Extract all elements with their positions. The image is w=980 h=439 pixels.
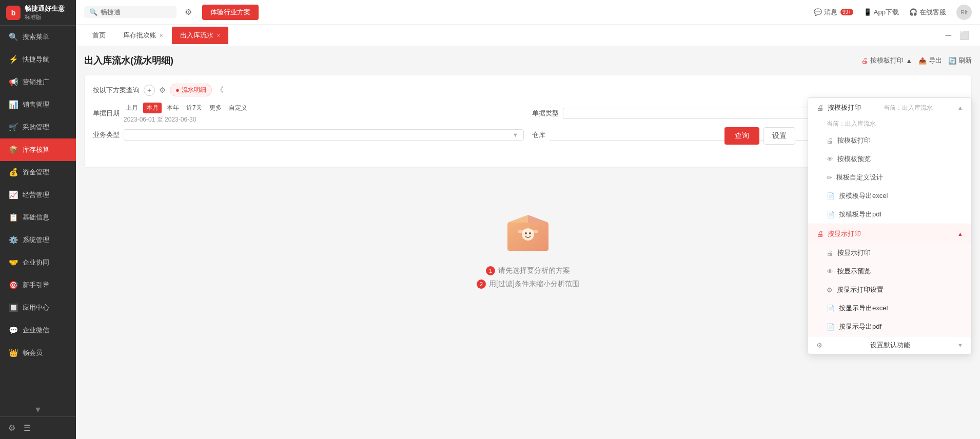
sidebar: b 畅捷通好生意 标准版 🔍 搜索菜单 ⚡ 快捷导航 📢 营销推广 📊 销售管理… (0, 0, 76, 439)
sidebar-item-system[interactable]: ⚙️ 系统管理 (0, 229, 76, 251)
box-icon: 📦 (8, 145, 18, 155)
headset-icon: 🎧 (909, 8, 917, 16)
menu-collapse-icon[interactable]: ☰ (24, 423, 31, 433)
sidebar-item-basic[interactable]: 📋 基础信息 (0, 206, 76, 229)
avatar[interactable]: Rit (956, 5, 972, 20)
sidebar-bottom: ⚙ ☰ (0, 416, 76, 439)
settings-bottom-icon[interactable]: ⚙ (8, 423, 15, 433)
lightning-icon: ⚡ (8, 54, 18, 65)
template-print-header[interactable]: 🖨 按模板打印 当前：出入库流水 ▲ (808, 98, 971, 117)
sidebar-item-app-center[interactable]: 🔲 应用中心 (0, 296, 76, 319)
sidebar-item-search[interactable]: 🔍 搜索菜单 (0, 26, 76, 48)
date-btn-7days[interactable]: 近7天 (184, 103, 204, 113)
topbar-search-input[interactable] (101, 8, 167, 16)
tabs-maximize-btn[interactable]: ⬜ (957, 28, 972, 42)
handshake-icon: 🤝 (8, 257, 18, 268)
empty-step2: 2 用[过滤]条件来缩小分析范围 (477, 280, 579, 289)
display-section-chevron-icon: ▲ (957, 231, 963, 237)
tab-inout-flow[interactable]: 出入库流水 × (172, 27, 228, 44)
filter-gear-icon[interactable]: ⚙ (159, 86, 166, 95)
sidebar-item-membership[interactable]: 👑 畅会员 (0, 342, 76, 364)
tab-batch-account-close[interactable]: × (160, 32, 163, 38)
sidebar-item-sales[interactable]: 📊 销售管理 (0, 93, 76, 116)
biz-type-chevron-icon: ▼ (513, 132, 518, 138)
logo-icon: b (6, 6, 21, 20)
template-export-pdf-item[interactable]: 📄 按模板导出pdf (808, 205, 971, 224)
template-export-excel-item[interactable]: 📄 按模板导出excel (808, 187, 971, 205)
refresh-btn[interactable]: 🔄 刷新 (948, 56, 972, 65)
filter-add-btn[interactable]: + (144, 85, 155, 96)
biz-type-field: 业务类型 ▼ (93, 129, 524, 141)
sidebar-item-enterprise-wechat[interactable]: 💬 企业微信 (0, 319, 76, 342)
svg-point-4 (522, 228, 534, 241)
trend-icon: 📈 (8, 190, 18, 200)
template-print-item[interactable]: 🖨 按模板打印 (808, 131, 971, 150)
print-template-btn[interactable]: 🖨 按模板打印 ▲ (861, 56, 912, 65)
tabs-bar: 首页 库存批次账 × 出入库流水 × ─ ⬜ (76, 25, 980, 46)
chart-icon: 📊 (8, 99, 18, 110)
svg-marker-2 (528, 215, 548, 223)
topbar-gear-icon[interactable]: ⚙ (185, 7, 192, 17)
display-print-item[interactable]: 🖨 按显示打印 (808, 244, 971, 262)
biz-type-label: 业务类型 (93, 130, 120, 139)
sidebar-item-quick-nav[interactable]: ⚡ 快捷导航 (0, 48, 76, 71)
date-shortcuts: 上月 本月 本年 近7天 更多 自定义 2023-06-01 至 2023-06… (124, 103, 249, 124)
trial-btn[interactable]: 体验行业方案 (202, 5, 259, 20)
logo-area: b 畅捷通好生意 标准版 (0, 0, 76, 26)
topbar-search-box[interactable]: 🔍 (84, 6, 177, 18)
query-btn[interactable]: 查询 (724, 127, 759, 145)
display-excel-icon: 📄 (827, 305, 835, 312)
display-settings-icon: ⚙ (827, 286, 833, 294)
date-shortcut-buttons: 上月 本月 本年 近7天 更多 自定义 (124, 103, 249, 113)
sidebar-nav: 🔍 搜索菜单 ⚡ 快捷导航 📢 营销推广 📊 销售管理 🛒 采购管理 📦 库存核… (0, 26, 76, 403)
topbar: 🔍 ⚙ 体验行业方案 💬 消息 99+ 📱 App下载 🎧 在线客服 Rit (76, 0, 980, 25)
setup-btn[interactable]: 设置 (763, 127, 795, 145)
display-export-pdf-item[interactable]: 📄 按显示导出pdf (808, 317, 971, 336)
biz-type-select[interactable]: ▼ (124, 129, 524, 141)
sidebar-item-operation[interactable]: 📈 经营管理 (0, 184, 76, 206)
empty-illustration (497, 205, 559, 256)
template-design-item[interactable]: ✏ 模板自定义设计 (808, 168, 971, 187)
sidebar-item-purchase[interactable]: 🛒 采购管理 (0, 116, 76, 138)
sidebar-item-finance[interactable]: 💰 资金管理 (0, 161, 76, 184)
pdf-sub-icon: 📄 (827, 211, 835, 218)
printer-section-icon: 🖨 (816, 104, 824, 112)
message-btn[interactable]: 💬 消息 99+ (814, 8, 853, 17)
display-preview-item[interactable]: 👁 按显示预览 (808, 262, 971, 281)
export-btn[interactable]: 📤 导出 (918, 56, 942, 65)
bell-icon: 💬 (814, 8, 822, 16)
date-btn-custom[interactable]: 自定义 (227, 103, 249, 113)
display-preview-icon: 👁 (827, 268, 833, 275)
tab-inout-flow-close[interactable]: × (217, 32, 220, 38)
sidebar-item-marketing[interactable]: 📢 营销推广 (0, 71, 76, 93)
date-btn-this-year[interactable]: 本年 (165, 103, 181, 113)
display-print-settings-item[interactable]: ⚙ 按显示打印设置 (808, 281, 971, 299)
settings-default-row[interactable]: ⚙ 设置默认功能 ▼ (808, 336, 971, 354)
page-content: 出入库流水(流水明细) 🖨 按模板打印 ▲ 📤 导出 🔄 刷新 (76, 46, 980, 439)
display-print-header[interactable]: 🖨 按显示打印 ▲ (808, 224, 971, 244)
tab-home[interactable]: 首页 (84, 27, 114, 44)
empty-step1: 1 请先选择要分析的方案 (486, 266, 570, 275)
tab-batch-account[interactable]: 库存批次账 × (115, 27, 171, 44)
date-field-label: 单据日期 (93, 109, 120, 118)
topbar-right: 💬 消息 99+ 📱 App下载 🎧 在线客服 Rit (814, 5, 972, 20)
date-btn-this-month[interactable]: 本月 (143, 103, 162, 113)
sidebar-item-cooperation[interactable]: 🤝 企业协同 (0, 251, 76, 274)
display-export-excel-item[interactable]: 📄 按显示导出excel (808, 299, 971, 317)
date-btn-more[interactable]: 更多 (207, 103, 224, 113)
design-sub-icon: ✏ (827, 174, 832, 182)
filter-active-tag[interactable]: ● 流水明细 (170, 84, 212, 96)
app-download-btn[interactable]: 📱 App下载 (864, 8, 899, 17)
grid-icon: 🔲 (8, 303, 18, 313)
sidebar-item-guide[interactable]: 🎯 新手引导 (0, 274, 76, 296)
sidebar-item-inventory[interactable]: 📦 库存核算 (0, 138, 76, 161)
template-preview-item[interactable]: 👁 按模板预览 (808, 150, 971, 168)
filter-label: 按以下方案查询 (93, 86, 140, 95)
online-service-btn[interactable]: 🎧 在线客服 (909, 8, 946, 17)
date-btn-last-month[interactable]: 上月 (124, 103, 140, 113)
settings-default-chevron-icon: ▼ (957, 342, 963, 348)
filter-collapse-icon[interactable]: 《 (216, 85, 224, 95)
phone-icon: 📱 (864, 8, 872, 16)
tabs-minimize-btn[interactable]: ─ (944, 28, 953, 42)
chat-icon: 💬 (8, 325, 18, 335)
